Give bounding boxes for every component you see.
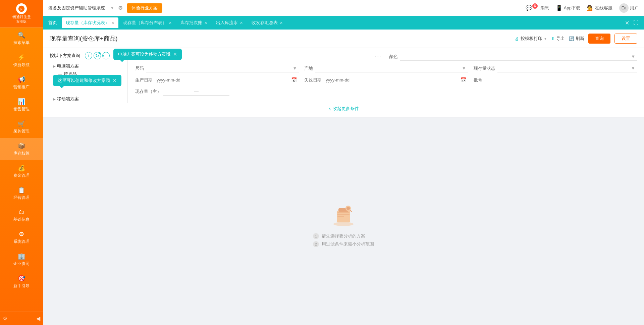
field-size: 尺码 ▼ [135, 64, 299, 72]
mobile-scheme-item[interactable]: ▶ 移动端方案 [53, 95, 123, 103]
expire-date-input[interactable]: 📅 [324, 76, 468, 84]
field-produce-date: 生产日期 📅 [135, 76, 299, 84]
online-support-label: 在线客服 [595, 5, 612, 11]
size-select[interactable]: ▼ [146, 64, 299, 72]
color-arrow: ▼ [631, 54, 635, 59]
refresh-label: 刷新 [576, 36, 584, 42]
filter-actions: + ↻ ⟵ [85, 52, 110, 59]
query-button[interactable]: 查询 [588, 34, 610, 44]
tab-expand-icon[interactable]: ⛶ [632, 19, 640, 26]
solution-button[interactable]: 体验行业方案 [127, 3, 162, 13]
online-support-btn[interactable]: 💁 在线客服 [587, 5, 612, 11]
filter-label-row: 按以下方案查询 + ↻ ⟵ [50, 52, 123, 59]
sidebar-item-purchase[interactable]: 🛒 采购管理 [0, 116, 43, 138]
sidebar-item-base[interactable]: 🗂 基础信息 [0, 205, 43, 226]
export-btn[interactable]: ⬆ 导出 [551, 36, 565, 42]
sidebar-label-finance: 资金管理 [13, 173, 30, 178]
main-inventory-max[interactable] [201, 89, 227, 94]
tab-batch-account[interactable]: 库存批次账 ✕ [176, 17, 211, 28]
settings-icon[interactable]: ⚙ [118, 5, 123, 11]
range-separator: — [194, 89, 199, 94]
refresh-btn[interactable]: 🔄 刷新 [569, 36, 584, 42]
sidebar-label-marketing: 营销推广 [13, 84, 30, 90]
sidebar-settings-btn[interactable]: ⚙ [3, 315, 7, 322]
sidebar-item-operations[interactable]: 📋 经营管理 [0, 182, 43, 205]
tab-inventory-dist-close[interactable]: ✕ [169, 21, 172, 25]
produce-date-label: 生产日期 [135, 77, 153, 83]
tab-inventory-status-close[interactable]: ✕ [111, 21, 114, 25]
collapse-label: 收起更多条件 [333, 106, 359, 112]
tab-home[interactable]: 首页 [44, 17, 61, 28]
tab-batch-account-close[interactable]: ✕ [204, 21, 207, 25]
settings-button[interactable]: 设置 [614, 34, 637, 44]
tooltip-edit-text: 这里可以创建和修改方案哦 [58, 77, 110, 84]
print-template-btn[interactable]: 🖨 按模板打印 ▼ [515, 36, 547, 42]
top-header: 装备及固定资产辅助管理系统 ▼ ⚙ 体验行业方案 💬 6 消息 📱 App下载 … [43, 0, 644, 16]
sidebar-item-finance[interactable]: 💰 资金管理 [0, 160, 43, 182]
page-actions: 🖨 按模板打印 ▼ ⬆ 导出 🔄 刷新 查询 设置 [515, 34, 637, 44]
expire-date-field[interactable] [326, 77, 460, 83]
sidebar-label-sales: 销售管理 [13, 106, 30, 112]
sidebar-item-search[interactable]: 🔍 搜索菜单 [0, 28, 43, 50]
tooltip-pc-close[interactable]: ✕ [173, 52, 177, 57]
sidebar-item-quick[interactable]: ⚡ 快捷导航 [0, 50, 43, 72]
tab-inventory-dist[interactable]: 现存量（库存分布表） ✕ [119, 17, 176, 28]
operations-icon: 📋 [18, 186, 25, 194]
sidebar-item-inventory[interactable]: 📦 库存核算 [0, 138, 43, 160]
finance-icon: 💰 [18, 164, 25, 172]
tab-receive-summary-close[interactable]: ✕ [280, 21, 283, 25]
sidebar-item-marketing[interactable]: 📢 营销推广 [0, 72, 43, 94]
pc-scheme-item[interactable]: ▶ 电脑端方案 [53, 62, 123, 70]
main-inventory-min[interactable] [165, 89, 192, 94]
origin-select[interactable]: ▼ [315, 64, 468, 72]
svg-rect-5 [337, 212, 350, 213]
color-select[interactable]: ▼ [400, 53, 638, 61]
svg-point-9 [346, 207, 350, 210]
message-badge: 6 [532, 3, 538, 9]
add-scheme-btn[interactable]: + [85, 52, 92, 59]
tooltip-pc-scheme: 电脑方案可设为移动方案哦 ✕ [113, 49, 182, 60]
sidebar-item-guide[interactable]: 🎯 新手引导 [0, 271, 43, 293]
hint-2-num: 2 [313, 241, 319, 247]
hint-1-num: 1 [313, 233, 319, 239]
inventory-status-select[interactable]: ▼ [497, 64, 637, 72]
scheme-tree: ▶ 电脑端方案 — 按周品 这里可以创建和修改方案哦 ✕ [50, 62, 123, 103]
back-btn[interactable]: ⟵ [102, 52, 110, 59]
empty-state: 1 请先选择要分析的方案 2 用过滤条件来缩小分析范围 [43, 117, 644, 325]
message-icon: 💬 [526, 5, 532, 11]
print-label: 按模板打印 [521, 36, 542, 42]
tab-inout-flow-label: 出入库流水 [216, 20, 238, 26]
base-icon: 🗂 [18, 209, 24, 216]
refresh-scheme-btn[interactable]: ↻ [94, 52, 101, 59]
app-download-btn[interactable]: 📱 App下载 [556, 5, 580, 11]
tooltip-edit-scheme: 这里可以创建和修改方案哦 ✕ [53, 75, 121, 86]
refresh-icon: 🔄 [569, 36, 574, 41]
produce-date-input[interactable]: 📅 [155, 76, 299, 84]
size-label: 尺码 [135, 65, 144, 71]
tab-inout-flow-close[interactable]: ✕ [240, 21, 243, 25]
tab-inventory-status[interactable]: 现存量（库存状况表） ✕ [62, 17, 118, 28]
empty-hint-2: 2 用过滤条件来缩小分析范围 [313, 241, 374, 247]
sales-icon: 📊 [18, 98, 25, 105]
batch-input-wrap[interactable] [484, 76, 637, 84]
tab-close-all-icon[interactable]: ✕ [624, 19, 631, 27]
sidebar-collapse-btn[interactable]: ◀ [36, 315, 40, 322]
expire-date-calendar-icon[interactable]: 📅 [461, 77, 466, 83]
enterprise-icon: 🏢 [18, 253, 25, 260]
field-origin: 产地 ▼ [304, 64, 468, 72]
tab-receive-summary[interactable]: 收发存汇总表 ✕ [248, 17, 287, 28]
size-arrow: ▼ [292, 66, 297, 71]
sidebar-item-enterprise[interactable]: 🏢 企业协同 [0, 249, 43, 271]
batch-field[interactable] [486, 77, 635, 83]
message-btn[interactable]: 💬 6 消息 [526, 5, 549, 11]
user-profile-btn[interactable]: Ea 用户 [619, 3, 639, 13]
collapse-bar[interactable]: ∧ 收起更多条件 [50, 103, 637, 113]
produce-date-calendar-icon[interactable]: 📅 [291, 77, 297, 83]
tooltip-edit-close[interactable]: ✕ [113, 78, 117, 83]
sidebar-item-system[interactable]: ⚙ 系统管理 [0, 226, 43, 249]
sidebar-item-sales[interactable]: 📊 销售管理 [0, 94, 43, 116]
empty-illustration [327, 196, 360, 229]
sidebar: 6 畅通好生意 标准版 🔍 搜索菜单 ⚡ 快捷导航 📢 营销推广 📊 销售管理 … [0, 0, 43, 325]
tab-inout-flow[interactable]: 出入库流水 ✕ [212, 17, 247, 28]
produce-date-field[interactable] [157, 77, 291, 83]
